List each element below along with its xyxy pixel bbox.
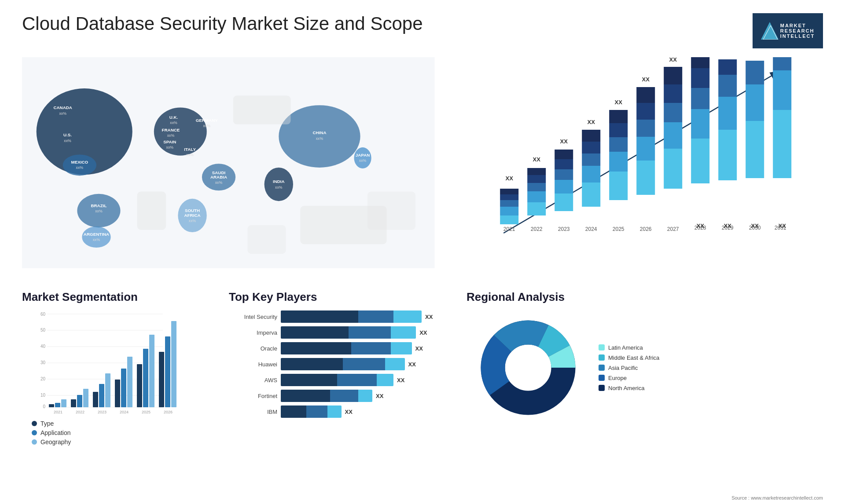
svg-rect-57 [718, 75, 737, 97]
player-bar-mid [349, 326, 391, 339]
logo-line1: MARKET [780, 23, 815, 28]
svg-rect-38 [609, 123, 628, 137]
bar-label-2021: XX [505, 175, 513, 182]
japan-value: xx% [359, 158, 367, 163]
svg-rect-84 [159, 352, 164, 407]
legend-type: Type [32, 420, 220, 427]
svg-rect-73 [77, 395, 82, 407]
bar-2021-s3 [500, 200, 518, 207]
segmentation-title: Market Segmentation [22, 290, 220, 304]
italy-value: xx% [186, 153, 194, 157]
bar-label-2028: XX [696, 223, 704, 229]
svg-rect-74 [83, 389, 88, 407]
player-bar-wrap: XX [281, 310, 458, 323]
y-label-40: 40 [40, 344, 46, 349]
svg-rect-14 [137, 191, 166, 230]
svg-rect-78 [115, 380, 120, 407]
player-bar-mid [351, 342, 391, 354]
player-bar-wrap: XX [281, 358, 458, 370]
player-name: IBM [229, 409, 277, 415]
legend-mea: Middle East & Africa [599, 354, 659, 361]
france-value: xx% [167, 133, 175, 138]
legend-geo-dot [32, 439, 37, 445]
brazil-label: BRAZIL [91, 203, 107, 208]
svg-rect-30 [582, 183, 600, 207]
year-2027: 2027 [667, 226, 679, 232]
svg-rect-42 [636, 120, 655, 137]
svg-rect-58 [718, 59, 737, 75]
player-name: Oracle [229, 345, 277, 352]
player-value: XX [376, 393, 383, 399]
y-label-0: 0 [43, 404, 45, 409]
legend-apac-label: Asia Pacific [608, 365, 638, 371]
legend-latin-color [599, 344, 605, 351]
regional-title: Regional Analysis [467, 290, 823, 304]
donut-legend: Latin America Middle East & Africa Asia … [599, 344, 659, 391]
player-bar-light [391, 342, 412, 354]
svg-rect-52 [691, 88, 709, 109]
player-bar-dark [281, 405, 306, 418]
svg-rect-17 [247, 225, 286, 254]
svg-rect-86 [171, 321, 176, 407]
svg-rect-35 [609, 172, 628, 200]
logo-line3: INTELLECT [780, 33, 815, 39]
seg-chart-svg: 60 50 40 30 20 10 0 [22, 310, 220, 416]
legend-mea-color [599, 354, 605, 361]
map-container: CANADA xx% U.S. xx% MEXICO xx% BRAZIL xx… [22, 57, 435, 277]
legend-europe-label: Europe [608, 375, 627, 381]
year-2025: 2025 [612, 226, 624, 232]
y-label-10: 10 [40, 393, 46, 398]
player-bar-dark [281, 342, 351, 354]
player-bar-mid [337, 374, 377, 386]
svg-rect-46 [664, 122, 682, 149]
legend-na-color [599, 385, 605, 391]
germany-label: GERMANY [196, 118, 218, 123]
uk-value: xx% [170, 121, 177, 125]
svg-rect-62 [773, 110, 791, 178]
svg-rect-64 [773, 57, 791, 70]
player-bar-mid [343, 358, 385, 370]
svg-rect-48 [664, 84, 682, 103]
growth-chart-container: XX 2021 XX 2022 XX [448, 57, 823, 277]
seg-x-2024: 2024 [120, 410, 129, 414]
world-map: CANADA xx% U.S. xx% MEXICO xx% BRAZIL xx… [22, 57, 435, 268]
player-value: XX [345, 409, 353, 415]
svg-rect-16 [367, 191, 415, 230]
player-bar-dark [281, 374, 337, 386]
year-2023: 2023 [558, 226, 569, 232]
svg-rect-72 [71, 399, 76, 407]
saudi-label2: ARABIA [210, 175, 227, 179]
logo-icon [761, 22, 779, 40]
seg-x-2021: 2021 [54, 410, 62, 414]
legend-app-dot [32, 430, 37, 435]
mexico-label: MEXICO [71, 160, 88, 164]
year-2021: 2021 [503, 226, 515, 232]
donut-chart [467, 310, 590, 425]
logo-line2: RESEARCH [780, 28, 815, 33]
svg-rect-53 [691, 68, 709, 88]
top-section: CANADA xx% U.S. xx% MEXICO xx% BRAZIL xx… [22, 57, 823, 277]
svg-rect-55 [718, 130, 737, 180]
legend-na-label: North America [608, 385, 644, 391]
svg-rect-47 [664, 103, 682, 122]
y-label-20: 20 [40, 376, 46, 381]
bar-2021-s1 [500, 189, 518, 194]
seg-x-2025: 2025 [142, 410, 151, 414]
svg-rect-77 [105, 373, 110, 407]
svg-rect-33 [582, 142, 600, 153]
growth-bar-chart: XX 2021 XX 2022 XX [448, 57, 823, 264]
spain-label: SPAIN [163, 139, 176, 144]
player-bar-light [358, 390, 372, 402]
regional-section: Regional Analysis [467, 290, 823, 425]
svg-rect-13 [233, 95, 291, 124]
us-label: U.S. [63, 132, 72, 137]
year-2024: 2024 [585, 226, 597, 232]
svg-rect-50 [691, 139, 709, 183]
player-bar-wrap: XX [281, 326, 458, 339]
bar-2021-s5 [500, 215, 518, 224]
south-africa-label2: AFRICA [184, 213, 201, 218]
legend-apac: Asia Pacific [599, 365, 659, 371]
player-bar-mid [306, 405, 327, 418]
svg-rect-80 [127, 357, 132, 407]
seg-x-2023: 2023 [98, 410, 107, 414]
